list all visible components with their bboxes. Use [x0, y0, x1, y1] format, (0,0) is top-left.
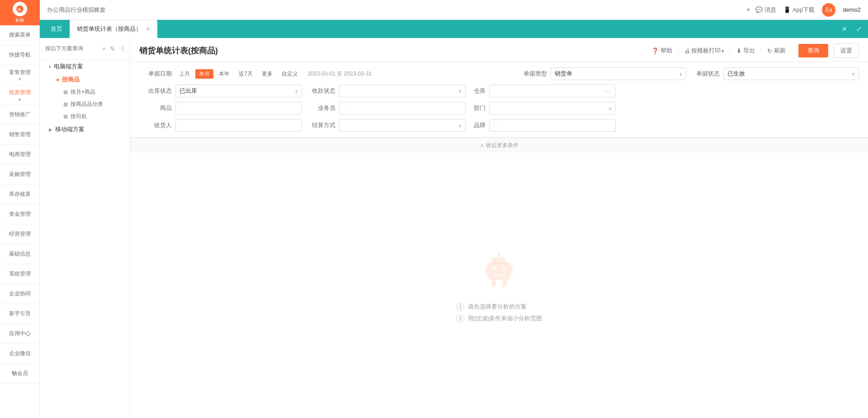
date-label: 单据日期 [139, 70, 175, 78]
tab-home[interactable]: 首页 [43, 20, 70, 38]
tree-child-by-product[interactable]: ● 按商品 [40, 73, 130, 86]
tab-close-button[interactable]: ✕ [839, 24, 850, 34]
sidebar-item-marketing[interactable]: 营销推广 [0, 105, 40, 125]
out-status-label: 出库状态 [139, 87, 175, 95]
sales-label: 销售管理 [9, 131, 31, 138]
page-title: 销货单统计表(按商品) [139, 45, 218, 56]
sidebar-item-inventory[interactable]: 库存核算 [0, 185, 40, 204]
out-status-select[interactable]: 已出库 ∨ [175, 85, 302, 97]
date-tab-prev-month[interactable]: 上月 [175, 69, 193, 79]
topbar-dropdown-icon[interactable]: ▾ [747, 6, 750, 13]
brand-input[interactable]: ··· [489, 119, 616, 132]
by-cashier-label: 按司机 [71, 113, 87, 120]
app-download-action[interactable]: 📱 App下载 [783, 6, 815, 14]
doc-type-value: 销货单 [555, 70, 572, 78]
collect-status-select[interactable]: ∨ [339, 85, 466, 97]
sidebar-item-enterprise[interactable]: 企业协同 [0, 284, 40, 304]
tree-sub-by-category[interactable]: ▦ 按商品品分类 [40, 98, 130, 110]
date-tab-this-month[interactable]: 本月 [195, 69, 213, 79]
help-button[interactable]: ❓ 帮助 [651, 47, 672, 55]
tab-home-label: 首页 [51, 25, 62, 33]
sidebar-item-member[interactable]: 畅会员 [0, 364, 40, 384]
product-dots-icon: ··· [179, 105, 184, 112]
collect-status-label: 收款状态 [307, 87, 339, 95]
edit-scheme-icon[interactable]: ✎ [110, 45, 115, 52]
username-label[interactable]: demo2 [843, 6, 861, 13]
right-panel: 销货单统计表(按商品) ❓ 帮助 | 🖨 按模板打印 ▾ | ⬇ [130, 38, 868, 418]
tabbar: 首页 销货单统计表（按商品） ✕ ✕ ⤢ [40, 20, 868, 38]
collapse-panel-icon[interactable]: 《 [118, 45, 124, 53]
ecommerce-label: 电商管理 [9, 151, 31, 158]
sidebar-item-ecommerce[interactable]: 电商管理 [0, 145, 40, 165]
collapse-bar[interactable]: ∧ 收起更多条件 [130, 138, 868, 153]
retail-label: 零售管理 [9, 69, 31, 76]
export-button[interactable]: ⬇ 导出 [736, 47, 755, 55]
sidebar-logo[interactable]: 畅 标账 [0, 0, 40, 25]
by-month-icon: ▦ [63, 89, 68, 95]
tabbar-controls: ✕ ⤢ [839, 24, 864, 34]
tree-mobile[interactable]: ▶ 移动端方案 [40, 123, 130, 136]
settle-select[interactable]: ∨ [339, 119, 466, 132]
date-tab-last-7[interactable]: 近7天 [235, 69, 256, 79]
apps-label: 应用中心 [9, 330, 31, 337]
sidebar-item-wechat[interactable]: 企业微信 [0, 344, 40, 364]
doc-status-select[interactable]: 已生效 ∨ [723, 67, 859, 80]
query-button[interactable]: 查询 [798, 44, 828, 57]
tab-expand-button[interactable]: ⤢ [854, 24, 864, 34]
by-category-label: 按商品品分类 [71, 100, 103, 108]
date-tab-this-year[interactable]: 本年 [215, 69, 233, 79]
sidebar-item-wholesale[interactable]: 批发管理 ▴ [0, 85, 40, 105]
dept-label: 部门 [471, 104, 489, 112]
sidebar-item-finance[interactable]: 资金管理 [0, 204, 40, 224]
filter-row-2: 出库状态 已出库 ∨ 收款状态 ∨ 仓库 ··· [139, 85, 859, 97]
date-selector: 上月 本月 本年 近7天 更多 自定义 2023-03-01 至 2023-03… [175, 69, 519, 79]
receiver-input[interactable]: ··· [175, 119, 302, 132]
sidebar-search-item[interactable]: 搜索菜单 [0, 25, 40, 45]
date-tabs: 上月 本月 本年 近7天 更多 自定义 [175, 69, 302, 79]
refresh-button[interactable]: ↻ 刷新 [767, 47, 786, 55]
by-month-label: 按月+商品 [71, 88, 95, 96]
tree-desktop-arrow: ▾ [49, 64, 51, 69]
help-icon: ❓ [651, 48, 659, 54]
tab-close-icon[interactable]: ✕ [146, 26, 150, 32]
dept-arrow-icon: ∨ [609, 106, 612, 111]
tree-sub-by-month[interactable]: ▦ 按月+商品 [40, 86, 130, 98]
sidebar-item-retail[interactable]: 零售管理 ▾ [0, 65, 40, 85]
sidebar-item-system[interactable]: 系统管理 [0, 264, 40, 284]
settings-button[interactable]: 设置 [834, 43, 859, 58]
sidebar-item-basic[interactable]: 基础信息 [0, 244, 40, 264]
add-scheme-icon[interactable]: ＋ [101, 45, 107, 53]
message-action[interactable]: 💬 消息 [755, 6, 776, 14]
panel-header-icons: ＋ ✎ 《 [101, 45, 124, 53]
sidebar-item-newbie[interactable]: 新手引导 [0, 304, 40, 324]
product-label: 商品 [139, 104, 175, 112]
sidebar-item-purchase[interactable]: 采购管理 [0, 165, 40, 185]
doc-status-label: 单据状态 [692, 70, 723, 78]
tab-sales-stat[interactable]: 销货单统计表（按商品） ✕ [70, 20, 157, 38]
filter-row-1: 单据日期 上月 本月 本年 近7天 更多 自定义 [139, 67, 859, 80]
sidebar-item-apps[interactable]: 应用中心 [0, 324, 40, 344]
salesperson-input[interactable]: ··· [339, 102, 466, 114]
sidebar-item-sales[interactable]: 销售管理 [0, 125, 40, 145]
doc-status-arrow-icon: ∨ [852, 71, 855, 76]
date-tab-custom[interactable]: 自定义 [278, 69, 302, 79]
purchase-label: 采购管理 [9, 171, 31, 178]
tree-sub-by-cashier[interactable]: ▦ 按司机 [40, 110, 130, 123]
doc-type-select[interactable]: 销货单 ∨ [551, 67, 686, 80]
retail-arrow: ▾ [19, 76, 21, 81]
salesperson-label: 业务员 [307, 104, 339, 112]
left-panel: 按以下方案查询 ＋ ✎ 《 ▾ 电脑端方案 ● 按商品 ▦ 按月+商品 [40, 38, 130, 418]
svg-point-8 [493, 268, 495, 270]
dept-select[interactable]: ∨ [489, 102, 616, 114]
warehouse-input[interactable]: ··· [489, 85, 616, 97]
svg-rect-3 [492, 257, 506, 264]
print-button[interactable]: 🖨 按模板打印 ▾ [684, 47, 724, 55]
product-input[interactable]: ··· [175, 102, 302, 114]
avatar[interactable]: Ea [822, 3, 835, 17]
date-tab-more[interactable]: 更多 [258, 69, 276, 79]
brand-label: 品牌 [471, 121, 489, 129]
sidebar-quick-nav[interactable]: 快捷导航 [0, 45, 40, 65]
tree-desktop[interactable]: ▾ 电脑端方案 [40, 60, 130, 73]
sidebar-item-business[interactable]: 经营管理 [0, 224, 40, 244]
by-product-label: 按商品 [62, 76, 80, 84]
